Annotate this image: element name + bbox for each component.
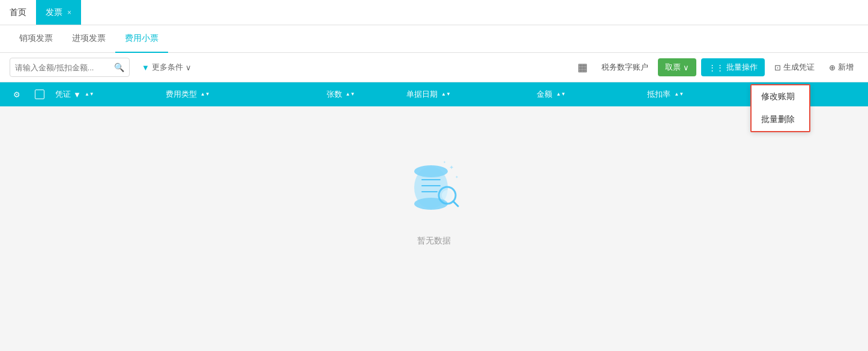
invoice-tab-close[interactable]: × xyxy=(67,8,71,17)
svg-point-1 xyxy=(414,165,448,177)
sub-navigation: 销项发票 进项发票 费用小票 xyxy=(0,25,868,53)
take-ticket-button[interactable]: 取票 ∨ xyxy=(658,58,696,76)
empty-state: ✦ ✦ ✦ 暂无数据 xyxy=(0,106,868,282)
top-navigation: 首页 发票 × xyxy=(0,0,868,25)
search-input-wrap[interactable]: 🔍 xyxy=(10,58,130,77)
invoice-tab[interactable]: 发票 × xyxy=(36,0,81,25)
th-amount[interactable]: 金额 ▲▼ xyxy=(532,89,642,100)
filter-arrow: ∨ xyxy=(185,63,191,72)
dropdown-item-batch-delete[interactable]: 批量删除 xyxy=(752,108,809,131)
svg-text:✦: ✦ xyxy=(443,160,446,164)
toolbar: 🔍 ▼ 更多条件 ∨ ▦ 税务数字账户 取票 ∨ ⋮⋮ 批量操作 ⊡ 生成凭证 xyxy=(0,53,868,82)
th-count[interactable]: 张数 ▲▼ xyxy=(322,89,402,100)
take-ticket-arrow: ∨ xyxy=(683,63,689,72)
filter-button[interactable]: ▼ 更多条件 ∨ xyxy=(137,60,196,75)
count-sort-arrows: ▲▼ xyxy=(346,92,355,97)
batch-op-label: 批量操作 xyxy=(726,62,758,73)
filter-label: 更多条件 xyxy=(152,62,183,73)
take-ticket-label: 取票 xyxy=(665,62,681,73)
qr-button[interactable]: ▦ xyxy=(573,58,592,77)
th-deduct-rate[interactable]: 抵扣率 ▲▼ xyxy=(642,89,753,100)
toolbar-right: ▦ 税务数字账户 取票 ∨ ⋮⋮ 批量操作 ⊡ 生成凭证 ⊕ 新增 修 xyxy=(573,58,858,77)
gen-voucher-icon: ⊡ xyxy=(774,63,781,72)
header-checkbox[interactable] xyxy=(35,90,44,99)
batch-operation-button[interactable]: ⋮⋮ 批量操作 xyxy=(701,58,765,76)
empty-state-icon: ✦ ✦ ✦ xyxy=(404,154,464,226)
sub-nav-expense-ticket[interactable]: 费用小票 xyxy=(115,25,168,53)
dropdown-item-modify-period[interactable]: 修改账期 xyxy=(752,85,809,108)
add-label: 新增 xyxy=(838,62,854,73)
qr-icon: ▦ xyxy=(577,61,588,74)
tax-digital-label: 税务数字账户 xyxy=(601,62,648,73)
add-icon: ⊕ xyxy=(829,63,836,72)
expense-type-sort-arrows: ▲▼ xyxy=(200,92,210,97)
add-button[interactable]: ⊕ 新增 xyxy=(824,62,858,73)
deduct-rate-sort-arrows: ▲▼ xyxy=(674,92,684,97)
th-checkbox[interactable] xyxy=(29,90,50,99)
svg-line-8 xyxy=(453,201,458,206)
svg-text:✦: ✦ xyxy=(449,164,454,171)
tax-digital-button[interactable]: 税务数字账户 xyxy=(597,62,653,73)
date-sort-arrows: ▲▼ xyxy=(441,92,451,97)
filter-icon: ▼ xyxy=(142,63,149,72)
search-input[interactable] xyxy=(15,63,114,72)
home-nav-item[interactable]: 首页 xyxy=(0,0,36,25)
th-settings[interactable]: ⚙ xyxy=(5,90,29,99)
voucher-filter-icon: ▼ xyxy=(73,90,81,99)
svg-point-7 xyxy=(442,190,453,201)
search-icon[interactable]: 🔍 xyxy=(114,63,124,72)
gen-voucher-label: 生成凭证 xyxy=(783,62,815,73)
batch-op-icon: ⋮⋮ xyxy=(708,63,724,72)
amount-sort-arrows: ▲▼ xyxy=(556,92,565,97)
sub-nav-sales-invoice[interactable]: 销项发票 xyxy=(10,25,62,53)
gear-icon: ⚙ xyxy=(13,90,20,99)
th-expense-type[interactable]: 费用类型 ▲▼ xyxy=(161,89,322,100)
table-header: ⚙ 凭证 ▼ ▲▼ 费用类型 ▲▼ 张数 ▲▼ 单据日期 ▲▼ 金额 ▲▼ 抵扣… xyxy=(0,82,868,106)
voucher-sort-arrows: ▲▼ xyxy=(85,92,94,97)
sub-nav-purchase-invoice[interactable]: 进项发票 xyxy=(62,25,115,53)
th-voucher[interactable]: 凭证 ▼ ▲▼ xyxy=(50,89,161,100)
th-date[interactable]: 单据日期 ▲▼ xyxy=(402,89,532,100)
invoice-tab-label: 发票 xyxy=(46,7,62,18)
svg-point-2 xyxy=(414,198,448,210)
batch-operation-dropdown: 修改账期 批量删除 xyxy=(750,84,810,132)
generate-voucher-button[interactable]: ⊡ 生成凭证 xyxy=(770,62,819,73)
svg-text:✦: ✦ xyxy=(455,175,459,179)
empty-state-text: 暂无数据 xyxy=(417,236,451,246)
